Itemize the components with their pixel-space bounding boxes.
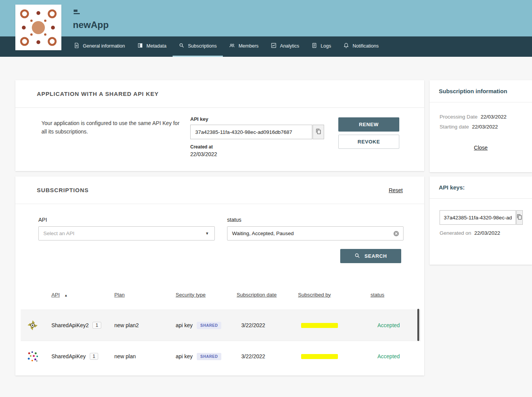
subscriptions-card-header: SUBSCRIPTIONS Reset (15, 176, 424, 204)
subscription-date-cell: 3/22/2022 (235, 322, 296, 328)
close-link[interactable]: Close (474, 145, 488, 151)
created-at-value: 22/03/2022 (190, 151, 324, 157)
processing-date-label: Processing Date (440, 114, 478, 120)
api-key-input[interactable] (190, 125, 312, 139)
table-row[interactable]: SharedApiKey2 1 new plan2 api key SHARED… (21, 310, 421, 341)
sort-link-status[interactable]: status (371, 292, 384, 298)
clear-circle-icon[interactable] (393, 231, 399, 237)
api-filter: API ▼ (38, 217, 215, 241)
sort-link-security-type[interactable]: Security type (176, 292, 206, 298)
column-header-status: status (364, 292, 421, 298)
redacted-highlight (301, 354, 338, 359)
shared-chip: SHARED (197, 322, 221, 329)
column-header-api: API ▲ (44, 292, 114, 298)
app-icon (21, 320, 44, 331)
sort-asc-icon: ▲ (64, 293, 68, 297)
shared-key-description: Your application is configured to use th… (41, 119, 184, 136)
main-nav: General information Metadata Subscriptio… (0, 36, 532, 57)
column-header-subscribed-by: Subscribed by (296, 292, 364, 298)
app-type-icon (73, 10, 81, 17)
plan-cell: new plan (114, 353, 176, 359)
status-cell: Accepted (364, 322, 421, 328)
app-logo (15, 5, 61, 50)
shared-api-key-card-body: Your application is configured to use th… (15, 108, 424, 171)
subscriptions-table: API ▲ Plan Security type Subscription da… (21, 280, 421, 372)
status-filter: status (227, 217, 404, 241)
app-logo-pattern (18, 8, 58, 48)
revoke-button[interactable]: REVOKE (338, 135, 399, 149)
subscription-information-panel: Subscription information Processing Date… (430, 80, 532, 172)
security-type-cell: api key SHARED (176, 322, 235, 329)
magnifier-icon (179, 43, 184, 49)
list-icon (311, 43, 317, 49)
api-select-input[interactable] (39, 231, 205, 236)
page-title: newApp (73, 20, 109, 30)
shared-chip: SHARED (197, 353, 221, 360)
renew-button[interactable]: RENEW (338, 117, 399, 132)
security-type: api key (176, 353, 193, 359)
sort-link-subscription-date[interactable]: Subscription date (237, 292, 277, 298)
status-select-input[interactable] (227, 231, 393, 236)
processing-date-row: Processing Date 22/03/2022 (440, 114, 522, 120)
tab-members[interactable]: Members (223, 36, 265, 57)
search-button[interactable]: SEARCH (340, 249, 401, 263)
api-key-block: API key Created at 22/03/2022 (190, 116, 324, 157)
api-count-badge: 1 (92, 322, 101, 329)
tab-notifications[interactable]: Notifications (337, 36, 385, 57)
tab-general-information[interactable]: General information (68, 36, 131, 57)
page: newApp General information Metadata Subs… (0, 0, 532, 397)
copy-api-key-button[interactable] (313, 125, 324, 139)
subscription-information-body: Processing Date 22/03/2022 Starting date… (430, 102, 532, 151)
shared-api-key-card-header: APPLICATION WITH A SHARED API KEY (15, 80, 424, 108)
generated-on-row: Generated on 22/03/2022 (440, 230, 522, 236)
tab-metadata[interactable]: Metadata (131, 36, 173, 57)
tab-label: Members (239, 43, 259, 49)
tab-label: Logs (321, 43, 331, 49)
column-header-subscription-date: Subscription date (235, 292, 296, 298)
status-select[interactable] (227, 226, 404, 241)
sidebar-api-key-input[interactable] (440, 210, 516, 225)
api-select[interactable]: ▼ (38, 226, 215, 241)
tab-label: Metadata (147, 43, 166, 49)
sort-link-api[interactable]: API (51, 292, 60, 298)
tab-label: Subscriptions (188, 43, 217, 49)
document-icon (74, 43, 79, 49)
column-header-security-type: Security type (176, 292, 235, 298)
tab-subscriptions[interactable]: Subscriptions (173, 36, 223, 57)
generated-on-value: 22/03/2022 (474, 230, 501, 236)
reset-link[interactable]: Reset (389, 187, 403, 193)
api-filter-label: API (38, 217, 215, 223)
security-type: api key (176, 322, 193, 328)
starting-date-label: Starting date (440, 124, 469, 130)
search-button-label: SEARCH (364, 253, 387, 259)
created-at-label: Created at (190, 144, 324, 150)
tab-label: General information (83, 43, 125, 49)
starting-date-value: 22/03/2022 (472, 124, 498, 130)
api-name-cell: SharedApiKey 1 (44, 353, 114, 360)
table-row[interactable]: SharedApiKey 1 new plan api key SHARED 3… (21, 341, 421, 372)
plan-cell: new plan2 (114, 322, 176, 328)
tab-label: Analytics (280, 43, 299, 49)
panel-title: Subscription information (439, 88, 507, 94)
status-cell: Accepted (364, 353, 421, 359)
status-filter-label: status (227, 217, 404, 223)
chart-icon (271, 43, 277, 49)
column-header-plan: Plan (114, 292, 176, 298)
sort-link-plan[interactable]: Plan (114, 292, 125, 298)
copy-api-key-button[interactable] (516, 210, 523, 225)
tab-analytics[interactable]: Analytics (265, 36, 305, 57)
clipboard-icon (517, 214, 522, 221)
subscription-filters: API ▼ status SEARCH (15, 206, 424, 280)
chevron-down-icon: ▼ (205, 231, 214, 236)
scrollbar-thumb[interactable] (417, 309, 419, 341)
redacted-highlight (301, 323, 338, 328)
app-title-block: newApp (73, 9, 109, 30)
panel-title: API keys: (439, 184, 465, 191)
tab-logs[interactable]: Logs (305, 36, 337, 57)
tab-label: Notifications (352, 43, 379, 49)
sort-link-subscribed-by[interactable]: Subscribed by (298, 292, 331, 298)
generated-on-label: Generated on (440, 230, 471, 236)
book-icon (137, 43, 143, 49)
subscribed-by-cell (296, 354, 364, 359)
starting-date-row: Starting date 22/03/2022 (440, 124, 522, 130)
